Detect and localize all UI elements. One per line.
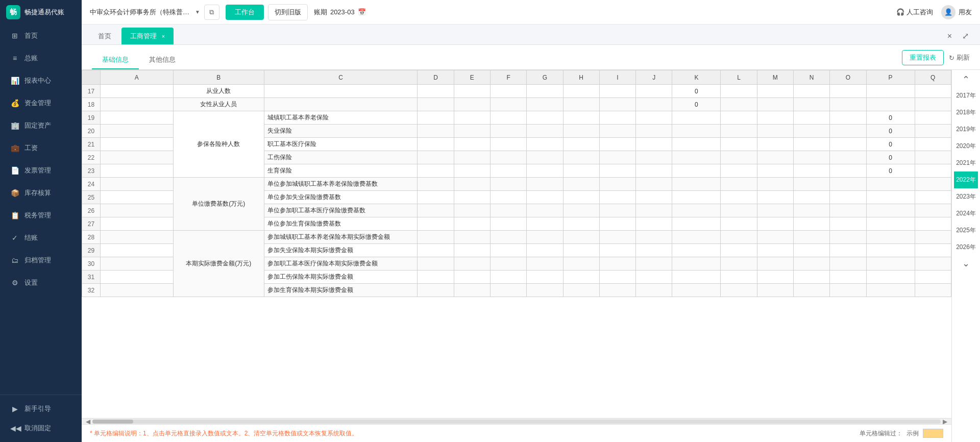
cell-e[interactable]	[454, 271, 490, 284]
cell-d[interactable]	[418, 98, 454, 111]
cell-g[interactable]	[527, 111, 563, 125]
cell-i[interactable]	[599, 217, 635, 231]
cell-g[interactable]	[527, 151, 563, 164]
cell-d[interactable]	[418, 151, 454, 164]
cell-f[interactable]	[490, 191, 526, 204]
cell-l[interactable]	[721, 178, 757, 191]
cell-i[interactable]	[599, 191, 635, 204]
cell-p[interactable]	[866, 271, 915, 284]
cell-k[interactable]	[672, 217, 721, 231]
cell-d[interactable]	[418, 271, 454, 284]
cell-m[interactable]	[757, 257, 793, 271]
cell-p[interactable]	[866, 284, 915, 297]
cell-l[interactable]	[721, 284, 757, 297]
cell-c[interactable]	[264, 85, 418, 98]
cell-j[interactable]	[636, 257, 672, 271]
cell-c[interactable]: 职工基本医疗保险	[264, 138, 418, 151]
cell-i[interactable]	[599, 204, 635, 217]
cell-d[interactable]	[418, 85, 454, 98]
cell-q[interactable]	[915, 191, 951, 204]
year-item[interactable]: 2018年	[954, 104, 978, 121]
cell-q[interactable]	[915, 125, 951, 138]
cell-q[interactable]	[915, 151, 951, 164]
cell-j[interactable]	[636, 85, 672, 98]
cell-l[interactable]	[721, 85, 757, 98]
sidebar-item-new-guide[interactable]: ▶ 新手引导	[0, 399, 82, 419]
cell-c[interactable]	[264, 98, 418, 111]
cell-f[interactable]	[490, 164, 526, 178]
cell-l[interactable]	[721, 204, 757, 217]
cell-k[interactable]	[672, 284, 721, 297]
year-item[interactable]: 2026年	[954, 239, 978, 256]
cell-o[interactable]	[830, 164, 866, 178]
cell-n[interactable]	[793, 164, 829, 178]
cell-m[interactable]	[757, 98, 793, 111]
sidebar-item-general-ledger[interactable]: ≡ 总账	[0, 47, 82, 69]
sidebar-item-fixed-assets[interactable]: 🏢 固定资产	[0, 114, 82, 137]
cell-q[interactable]	[915, 164, 951, 178]
cell-f[interactable]	[490, 85, 526, 98]
cell-b[interactable]: 参保各险种人数	[173, 111, 264, 178]
cell-m[interactable]	[757, 125, 793, 138]
cell-c[interactable]: 参加生育保险本期实际缴费金额	[264, 284, 418, 297]
cell-q[interactable]	[915, 111, 951, 125]
sidebar-item-fund-mgmt[interactable]: 💰 资金管理	[0, 92, 82, 114]
cell-g[interactable]	[527, 257, 563, 271]
cell-k[interactable]	[672, 271, 721, 284]
cell-o[interactable]	[830, 271, 866, 284]
cell-o[interactable]	[830, 125, 866, 138]
cell-h[interactable]	[563, 284, 599, 297]
cell-d[interactable]	[418, 138, 454, 151]
cell-a[interactable]	[101, 271, 174, 284]
cell-p[interactable]: 0	[866, 164, 915, 178]
cell-n[interactable]	[793, 125, 829, 138]
workspace-button[interactable]: 工作台	[226, 5, 264, 20]
cell-l[interactable]	[721, 125, 757, 138]
cell-n[interactable]	[793, 138, 829, 151]
cell-a[interactable]	[101, 164, 174, 178]
year-item[interactable]: 2020年	[954, 138, 978, 155]
cell-p[interactable]	[866, 191, 915, 204]
year-down-button[interactable]: ⌄	[952, 256, 980, 271]
cell-q[interactable]	[915, 85, 951, 98]
cell-q[interactable]	[915, 284, 951, 297]
cell-a[interactable]	[101, 151, 174, 164]
cell-n[interactable]	[793, 98, 829, 111]
cell-c[interactable]: 失业保险	[264, 125, 418, 138]
sidebar-item-salary[interactable]: 💼 工资	[0, 137, 82, 159]
cell-n[interactable]	[793, 271, 829, 284]
cell-m[interactable]	[757, 191, 793, 204]
cell-a[interactable]	[101, 98, 174, 111]
cell-o[interactable]	[830, 191, 866, 204]
cell-p[interactable]: 0	[866, 138, 915, 151]
cell-j[interactable]	[636, 271, 672, 284]
cell-f[interactable]	[490, 111, 526, 125]
cell-k[interactable]	[672, 191, 721, 204]
sidebar-item-tax-mgmt[interactable]: 📋 税务管理	[0, 204, 82, 227]
cell-i[interactable]	[599, 164, 635, 178]
sidebar-item-settings[interactable]: ⚙ 设置	[0, 272, 82, 294]
cell-m[interactable]	[757, 164, 793, 178]
cell-d[interactable]	[418, 125, 454, 138]
cell-o[interactable]	[830, 244, 866, 257]
cell-c[interactable]: 城镇职工基本养老保险	[264, 111, 418, 125]
cell-c[interactable]: 参加失业保险本期实际缴费金额	[264, 244, 418, 257]
cell-a[interactable]	[101, 244, 174, 257]
cell-g[interactable]	[527, 204, 563, 217]
cell-j[interactable]	[636, 125, 672, 138]
cell-i[interactable]	[599, 85, 635, 98]
cell-g[interactable]	[527, 284, 563, 297]
year-item[interactable]: 2017年	[954, 87, 978, 104]
consult-button[interactable]: 🎧 人工咨询	[896, 8, 933, 17]
cell-l[interactable]	[721, 164, 757, 178]
cell-a[interactable]	[101, 191, 174, 204]
cell-o[interactable]	[830, 111, 866, 125]
cell-i[interactable]	[599, 271, 635, 284]
cell-q[interactable]	[915, 178, 951, 191]
cell-m[interactable]	[757, 284, 793, 297]
sidebar-item-settlement[interactable]: ✓ 结账	[0, 227, 82, 249]
sub-tab-other-info[interactable]: 其他信息	[139, 51, 186, 69]
cell-n[interactable]	[793, 244, 829, 257]
cell-b[interactable]: 本期实际缴费金额(万元)	[173, 231, 264, 297]
cell-o[interactable]	[830, 204, 866, 217]
